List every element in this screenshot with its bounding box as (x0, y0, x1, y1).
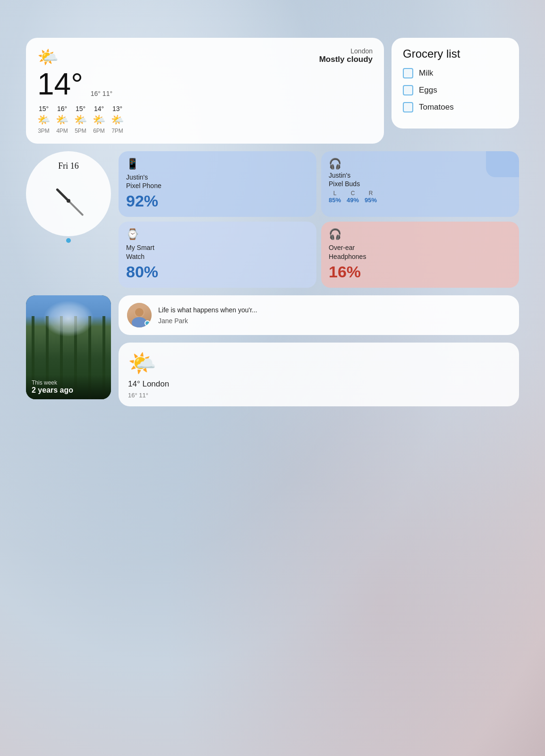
memories-years-ago: 2 years ago (32, 386, 105, 395)
weather-city: London (319, 47, 373, 55)
weather-location: London Mostly cloudy (319, 47, 373, 64)
headphones-percent: 16% (329, 263, 511, 281)
buds-icon: 🎧 (329, 158, 511, 170)
social-name: Jane Park (158, 317, 257, 325)
bud-right: R 95% (365, 190, 377, 204)
memories-time-label: This week (32, 379, 105, 386)
clock-widget[interactable]: Fri 16 (26, 151, 111, 236)
small-weather-widget[interactable]: 🌤️ 14° London 16° 11° (119, 343, 519, 406)
battery-card-headphones[interactable]: 🎧 Over-ear Headphones 16% (321, 222, 519, 287)
phone-icon: 📱 (126, 158, 309, 170)
headphones-icon: 🎧 (329, 228, 511, 241)
grocery-checkbox-eggs[interactable] (403, 85, 413, 95)
battery-grid: 📱 Justin's Pixel Phone 92% 🎧 Justin's Pi… (119, 151, 519, 288)
grocery-checkbox-tomatoes[interactable] (403, 102, 413, 112)
grocery-title: Grocery list (403, 47, 508, 60)
battery-card-watch[interactable]: ⌚ My Smart Watch 80% (119, 222, 316, 287)
small-weather-hilo: 16° 11° (128, 392, 148, 399)
buds-stats: L 85% C 49% R 95% (329, 190, 511, 204)
grocery-item-milk[interactable]: Milk (403, 68, 508, 78)
weather-widget[interactable]: 🌤️ London Mostly cloudy 14° 16° 11° 15° … (26, 38, 384, 144)
social-text-block: Life is what happens when you'r... Jane … (158, 306, 257, 325)
clock-accent-dot (66, 238, 71, 243)
svg-point-2 (135, 308, 144, 317)
grocery-widget[interactable]: Grocery list Milk Eggs Tomatoes (392, 38, 519, 129)
watch-percent: 80% (126, 263, 309, 281)
bud-left: L 85% (329, 190, 341, 204)
forecast-item-6pm: 14° 🌤️ 6PM (93, 105, 105, 134)
avatar-online-indicator (145, 320, 150, 326)
battery-card-phone[interactable]: 📱 Justin's Pixel Phone 92% (119, 151, 316, 217)
photo-caption: This week 2 years ago (26, 375, 111, 399)
bud-center: C 49% (347, 190, 359, 204)
weather-forecast: 15° 🌤️ 3PM 16° 🌤️ 4PM 15° 🌤️ 5PM 14° 🌤️ (37, 105, 373, 134)
watch-name: My Smart Watch (126, 243, 309, 260)
grocery-item-tomatoes[interactable]: Tomatoes (403, 102, 508, 112)
grocery-item-eggs[interactable]: Eggs (403, 85, 508, 95)
headphones-name: Over-ear Headphones (329, 243, 511, 260)
social-message: Life is what happens when you'r... (158, 306, 257, 315)
buds-name: Justin's Pixel Buds (329, 171, 511, 188)
weather-current-temp: 14° (37, 69, 83, 99)
weather-hi-lo: 16° 11° (91, 90, 112, 97)
forecast-item-7pm: 13° 🌤️ 7PM (111, 105, 124, 134)
grocery-label-tomatoes: Tomatoes (419, 103, 454, 112)
clock-face (43, 175, 94, 227)
battery-card-buds[interactable]: 🎧 Justin's Pixel Buds L 85% C 49% R (321, 151, 519, 217)
forecast-item-5pm: 15° 🌤️ 5PM (74, 105, 87, 134)
grocery-label-eggs: Eggs (419, 86, 437, 95)
clock-center-dot (67, 199, 70, 203)
weather-condition: Mostly cloudy (319, 55, 373, 64)
forecast-item-4pm: 16° 🌤️ 4PM (56, 105, 68, 134)
small-weather-icon: 🌤️ (128, 350, 156, 377)
avatar (127, 303, 152, 327)
weather-sun-icon: 🌤️ (37, 47, 59, 67)
watch-icon: ⌚ (126, 228, 309, 241)
clock-date: Fri 16 (58, 161, 79, 171)
grocery-label-milk: Milk (419, 69, 433, 78)
social-widget[interactable]: Life is what happens when you'r... Jane … (119, 295, 519, 335)
phone-name: Justin's Pixel Phone (126, 173, 309, 190)
forecast-item-3pm: 15° 🌤️ 3PM (37, 105, 50, 134)
grocery-checkbox-milk[interactable] (403, 68, 413, 78)
clock-minute-hand (68, 200, 84, 216)
phone-percent: 92% (126, 192, 309, 210)
photo-memories-widget[interactable]: This week 2 years ago (26, 295, 111, 399)
small-weather-temp: 14° London (128, 379, 169, 389)
